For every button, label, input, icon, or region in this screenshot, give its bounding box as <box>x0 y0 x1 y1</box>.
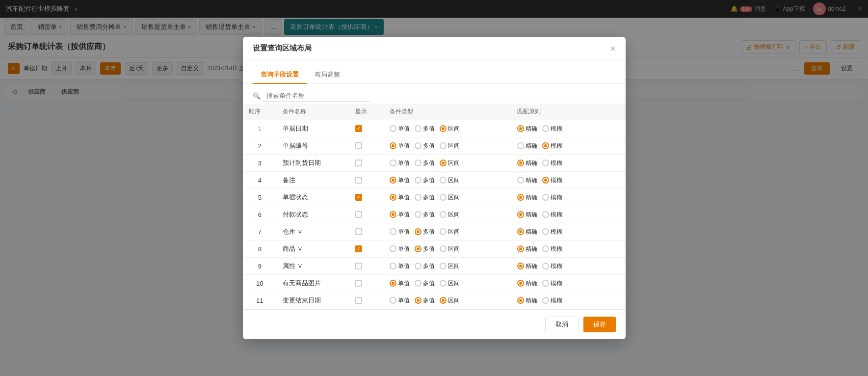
settings-dialog: 设置查询区域布局 × 查询字段设置 布局调整 🔍 顺序 条件名称 显示 条件类型 <box>243 37 626 105</box>
col-type: 条件类型 <box>384 104 512 105</box>
col-match: 匹配原则 <box>511 104 625 105</box>
search-icon: 🔍 <box>253 92 261 100</box>
col-display: 显示 <box>349 104 384 105</box>
modal-overlay: 设置查询区域布局 × 查询字段设置 布局调整 🔍 顺序 条件名称 显示 条件类型 <box>0 0 868 105</box>
dialog-search-area: 🔍 <box>243 84 626 104</box>
col-order: 顺序 <box>243 104 277 105</box>
dialog-header: 设置查询区域布局 × <box>243 37 626 60</box>
dialog-close-btn[interactable]: × <box>610 44 616 53</box>
dialog-table: 顺序 条件名称 显示 条件类型 匹配原则 1单据日期单值多值区间精确模糊2单据编… <box>243 104 626 105</box>
col-name: 条件名称 <box>277 104 349 105</box>
dialog-tabs: 查询字段设置 布局调整 <box>243 60 626 84</box>
tab-layout-adjust[interactable]: 布局调整 <box>307 66 348 84</box>
tab-field-settings[interactable]: 查询字段设置 <box>253 66 307 84</box>
search-input[interactable] <box>263 90 370 102</box>
dialog-title: 设置查询区域布局 <box>253 44 312 53</box>
